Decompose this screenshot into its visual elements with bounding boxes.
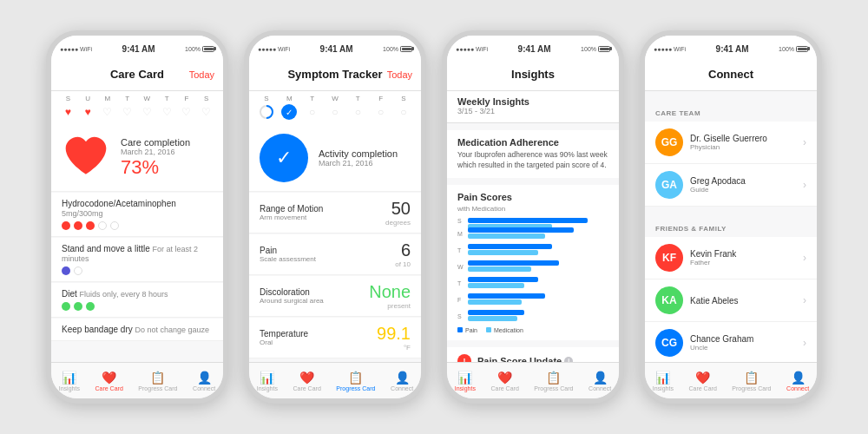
avatar-kevin: KF: [655, 244, 683, 272]
bar-s2: S: [457, 310, 608, 324]
tab-bar-4: 📊 Insights ❤️ Care Card 📋 Progress Card …: [645, 362, 817, 398]
phone-insights: ●●●●● WiFi 9:41 AM 100% Insights Weekly …: [442, 30, 624, 404]
partial-circle-icon: [259, 104, 274, 120]
pain-update-badge: !: [457, 354, 471, 362]
today-label-2[interactable]: Today: [387, 69, 412, 80]
chevron-right-icon-3: ›: [803, 252, 806, 264]
bar-s: S: [457, 218, 608, 225]
medication-adherence-section: Medication Adherence Your Ibuprofen adhe…: [447, 130, 619, 178]
tab-connect-4[interactable]: 👤 Connect: [786, 371, 809, 391]
avatar-katie: KA: [655, 286, 683, 314]
care-item-hydrocodone[interactable]: Hydrocodone/Acetaminophen 5mg/300mg: [51, 193, 223, 237]
tab-care-card-2[interactable]: ❤️ Care Card: [293, 371, 320, 391]
phone-symptom-tracker: ●●●●● WiFi 9:41 AM 100% Symptom Tracker …: [244, 30, 426, 404]
activity-hero: ✓ Activity completion March 21, 2016: [249, 125, 421, 192]
symptom-content: S M ✓: [249, 91, 421, 362]
bar-w: W: [457, 260, 608, 274]
tab-bar-2: 📊 Insights ❤️ Care Card 📋 Progress Card …: [249, 362, 421, 398]
connect-item-greg[interactable]: GA Greg Apodaca Guide ›: [645, 164, 817, 207]
nav-header-symptom: Symptom Tracker Today: [249, 58, 421, 91]
chevron-right-icon: ›: [803, 136, 806, 148]
chevron-right-icon-2: ›: [803, 179, 806, 191]
care-team-header: CARE TEAM: [645, 98, 817, 122]
dot-filled: [62, 221, 70, 230]
tab-connect-1[interactable]: 👤 Connect: [193, 371, 215, 391]
sym-item-pain[interactable]: Pain Scale assessment 6 of 10: [249, 234, 421, 275]
insights-content: Weekly Insights 3/15 - 3/21 Medication A…: [447, 91, 619, 362]
tab-insights-4[interactable]: 📊 Insights: [653, 371, 674, 391]
nav-header-insights: Insights: [447, 58, 619, 91]
care-item-stand[interactable]: Stand and move a little For at least 2 m…: [51, 238, 223, 282]
calendar-strip-2: S M ✓: [249, 91, 421, 125]
tab-insights-3[interactable]: 📊 Insights: [455, 371, 476, 391]
chevron-right-icon-5: ›: [803, 337, 806, 349]
connect-item-chance[interactable]: CG Chance Graham Uncle ›: [645, 322, 817, 362]
tab-progress-1[interactable]: 📋 Progress Card: [138, 371, 177, 391]
bar-m: M: [457, 227, 608, 241]
avatar-chance: CG: [655, 329, 683, 357]
care-card-title: Care Card: [110, 68, 164, 81]
check-circle-icon: ✓: [260, 134, 308, 182]
status-bar-3: ●●●●● WiFi 9:41 AM 100%: [447, 36, 619, 58]
calendar-strip-1: S ♥ U ♥ M ♡ T ♡: [51, 91, 223, 125]
chevron-right-icon-4: ›: [803, 294, 806, 306]
phone-care-card: ●●●●● WiFi 9:41 AM 100% Care Card Today …: [46, 30, 228, 404]
pain-update-section: ! Pain Score Update i Your pain score ch…: [447, 347, 619, 362]
heart-large-icon: [62, 134, 110, 182]
med-legend-dot: [486, 327, 491, 332]
tab-progress-4[interactable]: 📋 Progress Card: [732, 371, 771, 391]
bar-f: F: [457, 293, 608, 307]
tab-bar-3: 📊 Insights ❤️ Care Card 📋 Progress Card …: [447, 362, 619, 398]
connect-content: CARE TEAM GG Dr. Giselle Guerrero Physic…: [645, 91, 817, 362]
tab-care-card-3[interactable]: ❤️ Care Card: [490, 371, 518, 391]
insights-title: Insights: [511, 68, 555, 81]
status-bar-4: ●●●●● WiFi 9:41 AM 100%: [645, 36, 817, 58]
bar-t: T: [457, 244, 608, 258]
pain-scores-section: Pain Scores with Medication S M: [447, 185, 619, 340]
care-card-content: S ♥ U ♥ M ♡ T ♡: [51, 91, 223, 362]
phones-container: ●●●●● WiFi 9:41 AM 100% Care Card Today …: [37, 22, 831, 412]
symptom-tracker-title: Symptom Tracker: [287, 68, 382, 81]
connect-item-katie[interactable]: KA Katie Abeles ›: [645, 279, 817, 322]
bar-t2: T: [457, 277, 608, 291]
connect-item-kevin[interactable]: KF Kevin Frank Father ›: [645, 237, 817, 279]
care-item-bandage[interactable]: Keep bandage dry Do not change gauze: [51, 319, 223, 341]
tab-progress-2[interactable]: 📋 Progress Card: [336, 371, 375, 391]
care-hero: Care completion March 21, 2016 73%: [51, 125, 223, 192]
nav-header-connect: Connect: [645, 58, 817, 91]
avatar-greg: GA: [655, 171, 683, 199]
pain-legend-dot: [457, 327, 463, 332]
tab-insights-1[interactable]: 📊 Insights: [59, 371, 80, 391]
sym-item-range[interactable]: Range of Motion Arm movement 50 degrees: [249, 193, 421, 233]
tab-care-card-4[interactable]: ❤️ Care Card: [688, 371, 716, 391]
tab-bar-1: 📊 Insights ❤️ Care Card 📋 Progress Card …: [51, 362, 223, 398]
check-day-icon: ✓: [281, 104, 297, 120]
friends-family-header: FRIENDS & FAMILY: [645, 214, 817, 237]
connect-item-giselle[interactable]: GG Dr. Giselle Guerrero Physician ›: [645, 122, 817, 164]
connect-title: Connect: [708, 68, 753, 81]
status-bar-1: ●●●●● WiFi 9:41 AM 100%: [51, 36, 223, 58]
tab-progress-3[interactable]: 📋 Progress Card: [534, 371, 573, 391]
sym-item-discoloration[interactable]: Discoloration Around surgical area None …: [249, 276, 421, 317]
sym-item-temperature[interactable]: Temperature Oral 99.1 °F: [249, 318, 421, 358]
tab-connect-3[interactable]: 👤 Connect: [589, 371, 611, 391]
tab-care-card-1[interactable]: ❤️ Care Card: [95, 371, 122, 391]
today-label-1[interactable]: Today: [189, 69, 214, 80]
phone-connect: ●●●●● WiFi 9:41 AM 100% Connect CARE TEA…: [640, 30, 822, 404]
cal-day-s: S ♥: [58, 95, 78, 120]
avatar-giselle: GG: [655, 128, 683, 156]
insights-header: Weekly Insights 3/15 - 3/21: [447, 91, 619, 123]
care-item-diet[interactable]: Diet Fluids only, every 8 hours: [51, 283, 223, 318]
status-bar-2: ●●●●● WiFi 9:41 AM 100%: [249, 36, 421, 58]
tab-insights-2[interactable]: 📊 Insights: [257, 371, 278, 391]
nav-header-care-card: Care Card Today: [51, 58, 223, 91]
tab-connect-2[interactable]: 👤 Connect: [391, 371, 413, 391]
bar-legend: Pain Medication: [457, 327, 608, 333]
